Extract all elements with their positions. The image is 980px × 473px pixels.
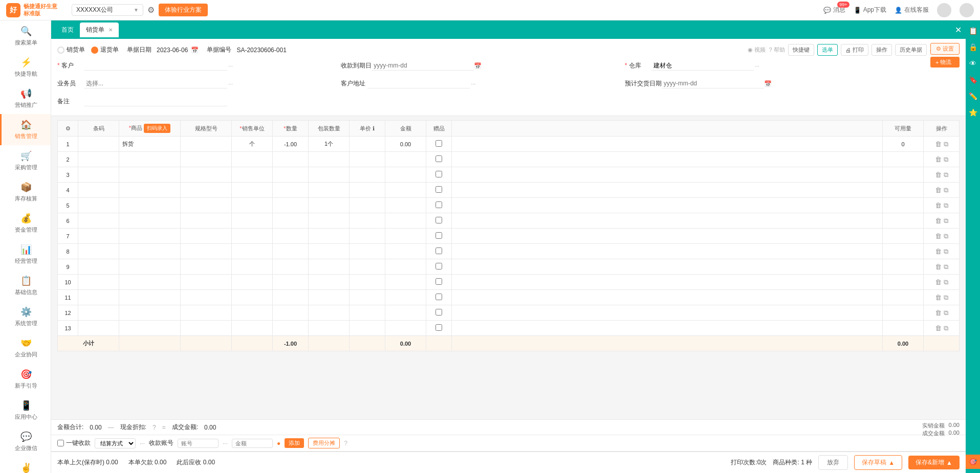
row-copy-icon[interactable]: ⧉ bbox=[944, 186, 948, 194]
cell-qty[interactable] bbox=[273, 290, 309, 305]
cell-gift[interactable] bbox=[426, 198, 452, 213]
cell-price[interactable] bbox=[350, 198, 385, 213]
expected-delivery-input[interactable] bbox=[662, 79, 764, 88]
rp-icon-5[interactable]: ✏️ bbox=[967, 90, 979, 102]
row-delete-icon[interactable]: 🗑 bbox=[935, 294, 942, 301]
cell-qty[interactable] bbox=[273, 305, 309, 321]
expense-button[interactable]: 费用分摊 bbox=[308, 438, 340, 448]
sidebar-item-enterprise[interactable]: 🤝 企业协同 bbox=[0, 332, 51, 364]
sidebar-item-marketing[interactable]: 📢 营销推广 bbox=[0, 83, 51, 114]
cell-barcode[interactable] bbox=[78, 137, 119, 152]
row-delete-icon[interactable]: 🗑 bbox=[935, 232, 942, 240]
row-copy-icon[interactable]: ⧉ bbox=[944, 278, 948, 286]
save-new-button[interactable]: 保存&新增 ▲ bbox=[908, 456, 960, 469]
cell-price[interactable] bbox=[350, 275, 385, 290]
row-copy-icon[interactable]: ⧉ bbox=[944, 324, 948, 332]
cell-barcode[interactable] bbox=[78, 229, 119, 244]
select-btn[interactable]: 选单 bbox=[817, 44, 838, 56]
cell-qty[interactable] bbox=[273, 213, 309, 229]
cell-gift[interactable] bbox=[426, 152, 452, 167]
cell-gift[interactable] bbox=[426, 167, 452, 183]
row-delete-icon[interactable]: 🗑 bbox=[935, 186, 942, 194]
tab-close-icon[interactable]: ✕ bbox=[108, 27, 113, 33]
sidebar-item-finance[interactable]: 💰 资金管理 bbox=[0, 208, 51, 239]
cell-product[interactable] bbox=[119, 152, 181, 167]
cell-qty[interactable] bbox=[273, 321, 309, 336]
cell-spec[interactable] bbox=[181, 321, 232, 336]
cell-barcode[interactable] bbox=[78, 275, 119, 290]
cell-product[interactable] bbox=[119, 259, 181, 275]
calendar-icon[interactable]: 📅 bbox=[191, 47, 199, 54]
cell-gift[interactable] bbox=[426, 213, 452, 229]
calc-method-select[interactable]: 结算方式 bbox=[95, 438, 136, 448]
rp-icon-2[interactable]: 🔒 bbox=[967, 41, 979, 53]
radio-return-order[interactable]: 退货单 bbox=[91, 46, 119, 54]
cell-spec[interactable] bbox=[181, 259, 232, 275]
cell-qty[interactable] bbox=[273, 167, 309, 183]
row-copy-icon[interactable]: ⧉ bbox=[944, 140, 948, 148]
video-btn[interactable]: ◉ 视频 bbox=[748, 46, 766, 54]
cell-price[interactable] bbox=[350, 259, 385, 275]
sidebar-item-apps[interactable]: 📱 应用中心 bbox=[0, 395, 51, 426]
cell-product[interactable] bbox=[119, 275, 181, 290]
row-delete-icon[interactable]: 🗑 bbox=[935, 201, 942, 209]
collection-date-input[interactable] bbox=[372, 61, 474, 71]
row-delete-icon[interactable]: 🗑 bbox=[935, 263, 942, 271]
radio-sales-order[interactable]: 销货单 bbox=[57, 46, 85, 54]
cell-barcode[interactable] bbox=[78, 290, 119, 305]
tab-sales-order[interactable]: 销货单 ✕ bbox=[80, 22, 119, 37]
cell-spec[interactable] bbox=[181, 183, 232, 198]
message-btn[interactable]: 💬 消息 99+ bbox=[823, 6, 845, 14]
cell-qty[interactable]: -1.00 bbox=[273, 137, 309, 152]
collection-calendar-icon[interactable]: 📅 bbox=[474, 62, 482, 70]
cell-gift[interactable] bbox=[426, 259, 452, 275]
cell-barcode[interactable] bbox=[78, 152, 119, 167]
sidebar-item-sales[interactable]: 🏠 销售管理 bbox=[0, 114, 51, 145]
cell-gift[interactable] bbox=[426, 244, 452, 259]
sidebar-item-vip[interactable]: ✌️ 畅会员 bbox=[0, 457, 51, 473]
cell-qty[interactable] bbox=[273, 198, 309, 213]
tab-bar-close[interactable]: ✕ bbox=[955, 25, 962, 35]
rp-icon-3[interactable]: 👁 bbox=[967, 57, 978, 70]
cell-price[interactable] bbox=[350, 213, 385, 229]
sidebar-item-basics[interactable]: 📋 基础信息 bbox=[0, 270, 51, 301]
cell-price[interactable] bbox=[350, 229, 385, 244]
row-copy-icon[interactable]: ⧉ bbox=[944, 171, 948, 179]
cell-gift[interactable] bbox=[426, 183, 452, 198]
cell-product[interactable] bbox=[119, 213, 181, 229]
calc-method-ellipsis[interactable]: ··· bbox=[140, 440, 145, 447]
online-service-btn[interactable]: 👤 在线客服 bbox=[895, 6, 929, 14]
sidebar-item-operations[interactable]: 📊 经营管理 bbox=[0, 239, 51, 270]
add-button[interactable]: 添加 bbox=[285, 438, 304, 448]
cell-spec[interactable] bbox=[181, 152, 232, 167]
cell-product[interactable] bbox=[119, 290, 181, 305]
cell-product[interactable] bbox=[119, 183, 181, 198]
row-copy-icon[interactable]: ⧉ bbox=[944, 201, 948, 210]
customer-ellipsis[interactable]: ··· bbox=[228, 63, 233, 69]
history-btn[interactable]: 历史单据 bbox=[895, 44, 927, 56]
row-delete-icon[interactable]: 🗑 bbox=[935, 278, 942, 286]
row-delete-icon[interactable]: 🗑 bbox=[935, 309, 942, 317]
account-input[interactable] bbox=[178, 439, 219, 448]
operations-btn[interactable]: 操作 bbox=[872, 44, 892, 56]
row-copy-icon[interactable]: ⧉ bbox=[944, 232, 948, 240]
tab-home[interactable]: 首页 bbox=[55, 22, 80, 37]
rp-orange-btn[interactable]: 🎯 bbox=[966, 455, 980, 469]
account-ellipsis[interactable]: ··· bbox=[223, 440, 228, 447]
cell-spec[interactable] bbox=[181, 290, 232, 305]
logistics-button[interactable]: + 物流 bbox=[930, 57, 960, 67]
sidebar-item-purchase[interactable]: 🛒 采购管理 bbox=[0, 145, 51, 176]
customer-input[interactable] bbox=[84, 61, 227, 71]
app-download-btn[interactable]: 📱 App下载 bbox=[854, 6, 886, 14]
warehouse-ellipsis[interactable]: ··· bbox=[755, 63, 759, 69]
salesperson-input[interactable] bbox=[84, 79, 227, 88]
cell-qty[interactable] bbox=[273, 244, 309, 259]
cell-spec[interactable] bbox=[181, 229, 232, 244]
cell-price[interactable] bbox=[350, 244, 385, 259]
row-delete-icon[interactable]: 🗑 bbox=[935, 155, 942, 163]
row-delete-icon[interactable]: 🗑 bbox=[935, 324, 942, 332]
cell-spec[interactable] bbox=[181, 167, 232, 183]
add-icon[interactable]: ● bbox=[277, 440, 280, 447]
cell-price[interactable] bbox=[350, 290, 385, 305]
row-delete-icon[interactable]: 🗑 bbox=[935, 247, 942, 255]
